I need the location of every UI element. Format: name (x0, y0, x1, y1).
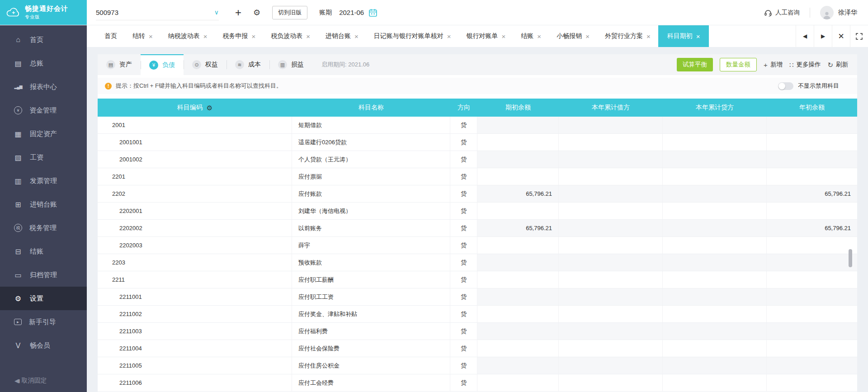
column-settings-gear-icon[interactable]: ⚙ (207, 104, 212, 111)
sidebar-item-设置[interactable]: ⚙设置 (0, 287, 87, 310)
table-row[interactable]: 2202应付账款贷65,796.2165,796.21 (98, 185, 857, 203)
close-tab-icon[interactable]: × (306, 33, 310, 40)
table-row[interactable]: 2211001应付职工工资贷 (98, 288, 857, 306)
tab-银行对账单[interactable]: 银行对账单× (459, 25, 514, 47)
cell-ytd-credit (663, 374, 767, 391)
quantity-amount-button[interactable]: 数量金额 (720, 58, 757, 71)
cell-ytd-debit (559, 168, 663, 185)
tab-纳税波动表[interactable]: 纳税波动表× (160, 25, 215, 47)
category-tab-成本[interactable]: ≋成本 (226, 54, 269, 75)
cell-ytd-debit (559, 220, 663, 236)
unpin-sidebar-button[interactable]: ◀▮ 取消固定 (14, 377, 47, 385)
tab-税务申报[interactable]: 税务申报× (215, 25, 264, 47)
close-tab-icon[interactable]: × (203, 33, 208, 40)
column-header-label: 本年累计借方 (592, 104, 630, 112)
close-tab-icon[interactable]: × (252, 33, 256, 40)
tab-label: 小畅报销 (557, 32, 582, 40)
prev-tab-icon[interactable]: ◀ (796, 25, 814, 47)
sidebar-item-畅会员[interactable]: Ⅴ畅会员 (0, 334, 87, 357)
table-row[interactable]: 2211004应付社会保险费贷 (98, 340, 857, 357)
table-row[interactable]: 2211应付职工薪酬贷 (98, 271, 857, 288)
close-tab-icon[interactable]: × (646, 33, 651, 40)
category-tab-资产[interactable]: ▤资产 (98, 54, 141, 75)
calendar-icon[interactable] (368, 8, 377, 17)
table-row[interactable]: 2203预收账款贷 (98, 254, 857, 271)
more-operations-button[interactable]: ∷ 更多操作 (789, 61, 821, 69)
fullscreen-icon[interactable] (850, 25, 868, 47)
top-bar: 畅捷通好会计 专业版 500973 ∨ + ⚙ 切到旧版 账期 2021-06 (0, 0, 868, 25)
add-account-set-icon[interactable]: + (235, 7, 241, 18)
avatar[interactable] (820, 6, 834, 19)
sidebar-item-工资[interactable]: ▧工资 (0, 146, 87, 169)
cell-initial-balance (767, 340, 857, 357)
tab-结账[interactable]: 结账× (513, 25, 549, 47)
tab-日记账与银行对账单核对[interactable]: 日记账与银行对账单核对× (366, 25, 459, 47)
table-row[interactable]: 2211003应付福利费贷 (98, 323, 857, 340)
user-name[interactable]: 徐泽华 (838, 9, 857, 17)
subjects-table: 科目编码⚙科目名称方向期初余额本年累计借方本年累计贷方年初余额 2001短期借款… (98, 99, 857, 392)
tab-进销台账[interactable]: 进销台账× (318, 25, 366, 47)
next-tab-icon[interactable]: ▶ (814, 25, 832, 47)
trial-balance-button[interactable]: 试算平衡 (677, 58, 713, 71)
add-new-button[interactable]: + 新增 (764, 61, 783, 69)
sidebar-item-总账[interactable]: ▤总账 (0, 52, 87, 75)
tab-首页[interactable]: 首页 (97, 25, 125, 47)
category-tab-权益[interactable]: ⊙权益 (184, 54, 226, 75)
close-tabs-icon[interactable]: ✕ (832, 25, 850, 47)
tab-小畅报销[interactable]: 小畅报销× (549, 25, 597, 47)
sidebar-item-固定资产[interactable]: ▦固定资产 (0, 122, 87, 146)
table-row[interactable]: 2211006应付工会经费贷 (98, 374, 857, 392)
close-tab-icon[interactable]: × (354, 33, 359, 40)
general-ledger-icon: ▤ (14, 59, 23, 68)
close-tab-icon[interactable]: × (447, 33, 451, 40)
table-row[interactable]: 2001002个人贷款（王元涛）贷 (98, 151, 857, 168)
gear-icon[interactable]: ⚙ (253, 9, 260, 17)
close-tab-icon[interactable]: × (502, 33, 506, 40)
sidebar-item-新手引导[interactable]: ▸新手引导 (0, 310, 87, 334)
sidebar-item-归档管理[interactable]: ▭归档管理 (0, 263, 87, 287)
sidebar-item-进销台账[interactable]: ⊞进销台账 (0, 193, 87, 216)
column-header-opening: 期初余额 (477, 99, 559, 117)
table-row[interactable]: 2202001刘建华（海信电视）贷 (98, 203, 857, 220)
table-row[interactable]: 2202003薛宇贷 (98, 237, 857, 254)
table-row[interactable]: 2211005应付住房公积金贷 (98, 357, 857, 374)
vertical-scrollbar-thumb[interactable] (849, 249, 852, 267)
sidebar-item-资金管理[interactable]: ¥资金管理 (0, 99, 87, 122)
account-set-selector[interactable]: 500973 ∨ (96, 5, 219, 20)
cell-code: 2211002 (98, 306, 292, 322)
period-value[interactable]: 2021-06 (339, 9, 364, 16)
close-tab-icon[interactable]: × (149, 33, 153, 40)
sidebar-item-发票管理[interactable]: ▥发票管理 (0, 169, 87, 193)
table-row[interactable]: 2001短期借款贷 (98, 117, 857, 134)
tab-结转[interactable]: 结转× (125, 25, 160, 47)
category-tab-损益[interactable]: ▥损益 (269, 54, 312, 75)
refresh-button[interactable]: ↻ 刷新 (827, 61, 848, 69)
close-tab-icon[interactable]: × (585, 33, 590, 40)
cell-name: 应付工会经费 (292, 374, 450, 391)
tab-税负波动表[interactable]: 税负波动表× (263, 25, 318, 47)
table-row[interactable]: 2001001适居建行0206贷款贷 (98, 134, 857, 151)
support-link[interactable]: 人工咨询 (764, 9, 800, 17)
table-row[interactable]: 2201应付票据贷 (98, 168, 857, 185)
close-tab-icon[interactable]: × (537, 33, 541, 40)
hide-disabled-toggle[interactable] (778, 82, 793, 90)
sidebar-item-税务管理[interactable]: 税税务管理 (0, 216, 87, 240)
table-row[interactable]: 2211002应付奖金、津贴和补贴贷 (98, 306, 857, 323)
cell-name: 应付职工工资 (292, 288, 450, 305)
cell-ytd-debit (559, 306, 663, 322)
sidebar-item-结账[interactable]: ⊟结账 (0, 240, 87, 263)
column-header-credit: 本年累计贷方 (663, 99, 767, 117)
tab-strip: 首页结转×纳税波动表×税务申报×税负波动表×进销台账×日记账与银行对账单核对×银… (87, 25, 868, 47)
cell-direction: 贷 (450, 271, 477, 288)
cell-name: 应付住房公积金 (292, 357, 450, 374)
sidebar-item-首页[interactable]: ⌂首页 (0, 28, 87, 52)
table-row[interactable]: 2202002以前账务贷65,796.2165,796.21 (98, 220, 857, 237)
tab-外贸行业方案[interactable]: 外贸行业方案× (597, 25, 658, 47)
close-tab-icon[interactable]: × (696, 33, 700, 40)
sidebar-item-报表中心[interactable]: ▂▄▆报表中心 (0, 75, 87, 99)
switch-old-version-button[interactable]: 切到旧版 (272, 6, 307, 19)
cell-direction: 贷 (450, 254, 477, 271)
tab-科目期初[interactable]: 科目期初× (658, 25, 709, 47)
category-tab-负债[interactable]: ¥负债 (141, 54, 184, 75)
cell-ytd-debit (559, 134, 663, 151)
